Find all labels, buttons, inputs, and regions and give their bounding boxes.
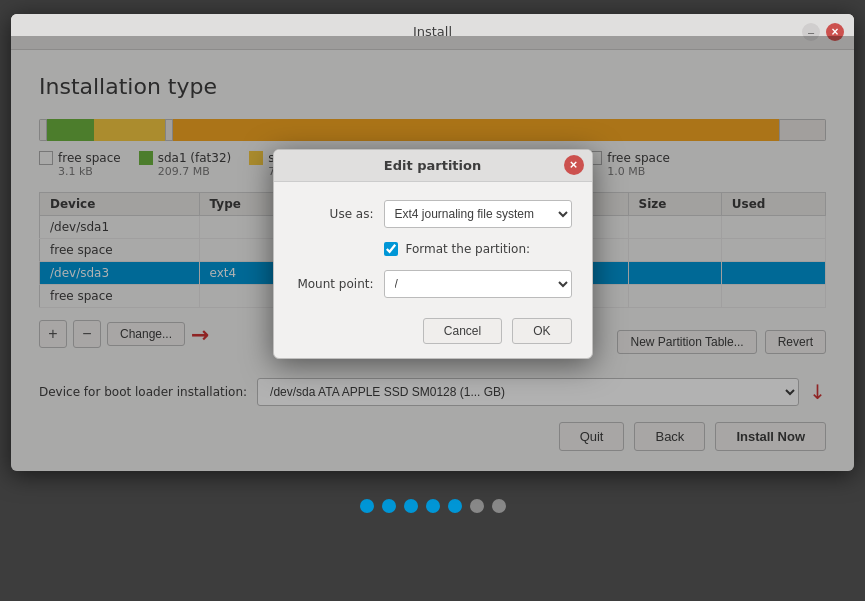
modal-overlay: Edit partition × Use as: Ext4 journaling… [11,36,854,471]
use-as-select[interactable]: Ext4 journaling file system [384,200,572,228]
modal-buttons: Cancel OK [294,312,572,344]
mount-point-row: Mount point: / [294,270,572,298]
dot-2 [382,499,396,513]
use-as-row: Use as: Ext4 journaling file system [294,200,572,228]
dot-3 [404,499,418,513]
format-checkbox[interactable] [384,242,398,256]
mount-point-label: Mount point: [294,277,374,291]
dot-6 [470,499,484,513]
dot-4 [426,499,440,513]
edit-partition-modal: Edit partition × Use as: Ext4 journaling… [273,149,593,359]
modal-titlebar: Edit partition × [274,150,592,182]
dot-1 [360,499,374,513]
modal-cancel-button[interactable]: Cancel [423,318,502,344]
mount-point-select[interactable]: / [384,270,572,298]
format-checkbox-label: Format the partition: [406,242,531,256]
modal-ok-button[interactable]: OK [512,318,571,344]
use-as-label: Use as: [294,207,374,221]
dot-5 [448,499,462,513]
modal-body: Use as: Ext4 journaling file system Form… [274,182,592,358]
format-checkbox-row: Format the partition: [384,242,572,256]
modal-title: Edit partition [384,158,481,173]
progress-dots [360,499,506,513]
dot-7 [492,499,506,513]
modal-close-button[interactable]: × [564,155,584,175]
